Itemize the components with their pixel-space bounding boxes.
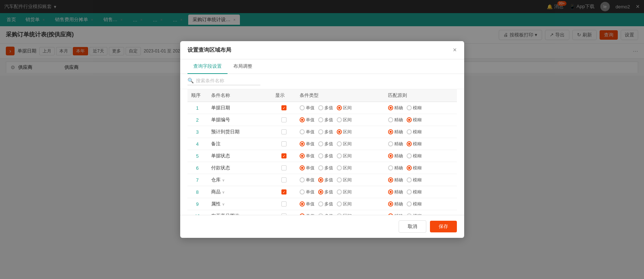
dialog-search-area: 🔍	[180, 74, 464, 76]
dialog-tabs: 查询字段设置 布局调整	[180, 59, 464, 74]
dialog-tab-layout[interactable]: 布局调整	[228, 59, 258, 74]
dialog-close-button[interactable]: ×	[453, 46, 457, 54]
dialog-title: 设置查询区域布局	[187, 47, 231, 54]
dialog-overlay: 设置查询区域布局 × 查询字段设置 布局调整 🔍 顺序 条件名称 显示	[0, 0, 644, 76]
dialog-tab-query-fields[interactable]: 查询字段设置	[187, 59, 228, 74]
dialog-header: 设置查询区域布局 ×	[180, 41, 464, 59]
settings-dialog: 设置查询区域布局 × 查询字段设置 布局调整 🔍 顺序 条件名称 显示	[180, 41, 464, 76]
